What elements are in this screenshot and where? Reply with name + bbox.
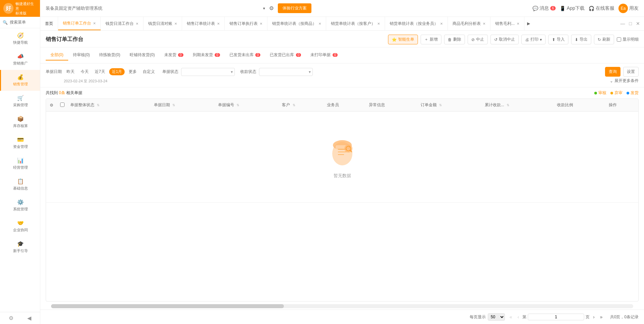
tab-sales-staff-stats[interactable]: 销货单统计表（按业务员） ✕ [385, 17, 448, 30]
tab-close-icon[interactable]: ✕ [483, 22, 485, 26]
solution-btn[interactable]: 体验行业方案 [278, 3, 311, 13]
system-dropdown[interactable]: ▾ [263, 6, 265, 11]
prev-page-btn[interactable]: ‹ [516, 314, 521, 320]
sidebar-item-basic-info[interactable]: 📋 基础信息 [0, 174, 40, 195]
sidebar-item-system[interactable]: ⚙️ 系统管理 [0, 195, 40, 216]
tab-close-icon[interactable]: ✕ [174, 22, 177, 26]
last-page-btn[interactable]: » [598, 314, 605, 320]
select-all-checkbox[interactable] [60, 103, 65, 107]
sidebar-item-inventory[interactable]: 📦 库存核算 [0, 112, 40, 132]
scrollbar-track[interactable] [51, 304, 633, 308]
review-action-btn[interactable]: 审核 [594, 90, 606, 96]
tab-close-icon[interactable]: ✕ [377, 22, 380, 26]
tab-close-icon[interactable]: ✕ [517, 22, 519, 26]
settings-icon[interactable]: ⚙ [9, 315, 13, 321]
smart-create-btn[interactable]: ⭐ 智能生单 [388, 35, 418, 44]
date-more[interactable]: 更多 [127, 68, 139, 75]
settings-icon[interactable]: ⚙ [269, 5, 274, 11]
scrollbar-thumb[interactable] [51, 304, 284, 308]
tab-close-icon[interactable]: ✕ [318, 22, 321, 26]
col-settings[interactable]: ⚙ [46, 99, 57, 112]
tab-sales-exec[interactable]: 销售订单执行表 ✕ [225, 17, 267, 30]
tabbar-more-btn[interactable]: ▶ [524, 21, 533, 26]
data-summary: 共找到 0条 相关单据 审核 弃审 [46, 90, 639, 96]
export-btn[interactable]: ⬇ 导出 [571, 35, 591, 44]
tab-maximize-icon[interactable]: □ [628, 20, 633, 27]
message-icon: 💬 [532, 6, 538, 11]
tab-sales-product-stats[interactable]: 销货单统计表（按商品） ✕ [267, 17, 326, 30]
filter-settings-btn[interactable]: 设置 [623, 67, 639, 77]
horizontal-scrollbar[interactable] [40, 304, 644, 308]
delete-btn[interactable]: 🗑 删除 [444, 35, 465, 44]
ship-action-btn[interactable]: 发货 [627, 90, 639, 96]
message-btn[interactable]: 💬 消息 6 [532, 5, 556, 11]
date-yesterday[interactable]: 昨天 [65, 68, 77, 75]
show-detail-checkbox[interactable] [617, 37, 621, 42]
tab-minimize-icon[interactable]: — [619, 20, 627, 27]
filter-tab-shipped-out[interactable]: 已发货已出库 0 [265, 50, 306, 60]
tab-close-icon[interactable]: ✕ [260, 22, 262, 26]
cancel-stop-btn[interactable]: ↺ 取消中止 [490, 35, 519, 44]
query-btn[interactable]: 查询 [605, 67, 620, 77]
stop-btn[interactable]: ⊘ 中止 [468, 35, 488, 44]
tab-close-all-icon[interactable]: ✕ [635, 20, 641, 27]
tab-close-icon[interactable]: ✕ [440, 22, 443, 26]
date-7days[interactable]: 近7天 [93, 68, 107, 75]
sidebar-item-sales[interactable]: 💰 销售管理 [0, 70, 40, 91]
filter-tab-pending-review[interactable]: 待审核(0) [68, 50, 95, 60]
filter-tab-all[interactable]: 全部(0) [46, 50, 68, 60]
app-download-label: App下载 [567, 5, 585, 11]
tab-close-icon[interactable]: ✕ [217, 22, 220, 26]
import-btn[interactable]: ⬆ 导入 [548, 35, 568, 44]
tab-sales-order-workspace[interactable]: 销售订单工作台 ✕ [58, 17, 101, 30]
tab-sales-stats[interactable]: 销售订单统计表 ✕ [182, 17, 225, 30]
collapse-icon[interactable]: ◀ [27, 315, 31, 321]
add-btn[interactable]: ＋ 新增 [421, 35, 441, 44]
tab-home[interactable]: 首页 [40, 17, 58, 30]
first-page-btn[interactable]: « [508, 314, 514, 320]
col-customer[interactable]: 客户 ⇅ [279, 99, 324, 112]
sidebar-item-tutorial[interactable]: 🎓 新手引导 [0, 237, 40, 257]
date-today[interactable]: 今天 [79, 68, 91, 75]
tab-cash-reconcile[interactable]: 钱货日清对账 ✕ [143, 17, 182, 30]
filter-tab-unshipped[interactable]: 未发货 0 [160, 50, 188, 60]
date-custom[interactable]: 自定义 [141, 68, 157, 75]
filter-tab-pending-inspect[interactable]: 待拣验货(0) [94, 50, 125, 60]
col-status[interactable]: 单据整体状态 ⇅ [68, 99, 151, 112]
sidebar-item-quicknav[interactable]: 🧭 快捷导航 [0, 28, 40, 49]
col-amount[interactable]: 订单金额 ⇅ [418, 99, 482, 112]
unreviewed-action-btn[interactable]: 弃审 [610, 90, 622, 96]
col-date[interactable]: 单据日期 ⇅ [151, 99, 215, 112]
expand-more-btn[interactable]: ⌄ 展开更多条件 [610, 78, 639, 84]
col-number[interactable]: 单据编号 ⇅ [215, 99, 280, 112]
tab-product-margin[interactable]: 商品毛利分析表 ✕ [448, 17, 490, 30]
payment-select[interactable] [259, 68, 313, 76]
app-download-btn[interactable]: 📱 App下载 [560, 5, 585, 11]
sidebar-item-marketing[interactable]: 📣 营销推广 [0, 49, 40, 70]
next-page-btn[interactable]: › [591, 314, 597, 320]
sidebar-item-purchase[interactable]: 🛒 采购管理 [0, 91, 40, 112]
online-service-btn[interactable]: 🎧 在线客服 [589, 5, 614, 11]
user-menu[interactable]: Ea 用友 [618, 4, 639, 13]
tab-close-icon[interactable]: ✕ [136, 22, 138, 26]
tab-sales-customer-stats[interactable]: 销货单统计表（按客户） ✕ [326, 17, 385, 30]
filter-tab-shop-pending-ship[interactable]: 旺铺待发货(0) [125, 50, 160, 60]
tab-label: 钱货日清对账 [148, 21, 172, 27]
status-select[interactable] [181, 68, 235, 76]
sidebar-item-finance[interactable]: 💳 资金管理 [0, 132, 40, 153]
sidebar-item-operations[interactable]: 📊 经营管理 [0, 153, 40, 174]
refresh-btn[interactable]: ↻ 刷新 [594, 35, 614, 44]
sidebar-item-enterprise[interactable]: 🤝 企业协同 [0, 216, 40, 237]
col-accumulated-payment[interactable]: 累计收款... ⇅ [482, 99, 554, 112]
page-number-input[interactable] [528, 314, 584, 320]
print-btn[interactable]: 🖨 打印 ▾ [521, 35, 546, 44]
filter-tab-unprinted[interactable]: 未打印单据 0 [306, 50, 342, 60]
filter-tab-overdue-ship[interactable]: 到期未发货 0 [188, 50, 225, 60]
tab-sales-margin[interactable]: 销售毛利... ✕ [490, 17, 524, 30]
tab-cash-daily-workspace[interactable]: 钱货日清工作台 ✕ [101, 17, 143, 30]
per-page-select[interactable]: 50 100 200 [488, 313, 505, 321]
tab-close-icon[interactable]: ✕ [93, 22, 96, 25]
filter-tab-shipped-not-out[interactable]: 已发货未出库 0 [225, 50, 265, 60]
date-1month[interactable]: 近1月 [109, 68, 125, 75]
sidebar-item-search[interactable]: 🔍 搜索菜单 [0, 17, 40, 28]
